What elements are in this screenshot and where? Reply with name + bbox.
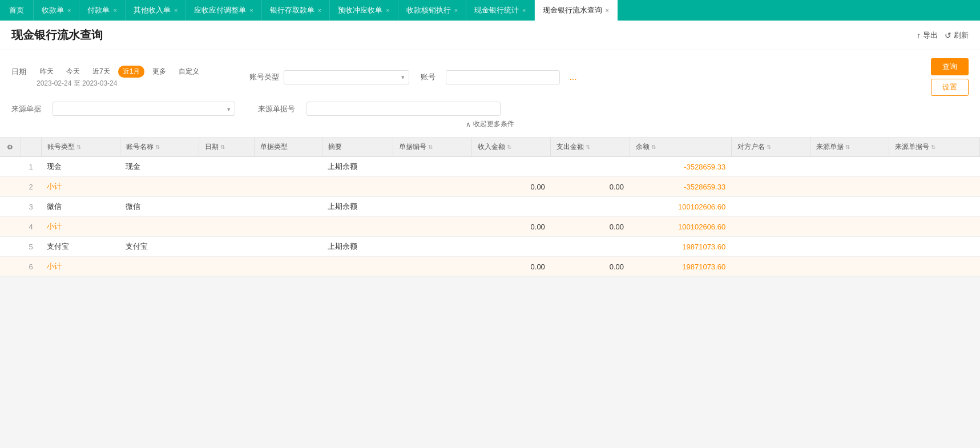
cell-summary: 上期余额 [322, 237, 393, 257]
close-icon[interactable]: × [318, 7, 321, 14]
account-dots-button[interactable]: ... [564, 71, 581, 83]
col-balance[interactable]: 余额⇅ [630, 138, 731, 157]
cell-num: 5 [21, 237, 41, 257]
nav-tab-现金银行流水查询[interactable]: 现金银行流水查询 × [535, 0, 618, 21]
date-btn-custom[interactable]: 自定义 [174, 66, 204, 78]
table-area: ⚙ 账号类型⇅ 账号名称⇅ 日期⇅ 单据类型 摘要 单据编号⇅ 收入金额⇅ 支出… [0, 138, 980, 277]
filter-area: 日期 昨天 今天 近7天 近1月 更多 自定义 2023-02-24 至 202… [0, 50, 980, 138]
button-group-right: 查询 设置 [931, 58, 969, 96]
col-expense[interactable]: 支出金额⇅ [551, 138, 630, 157]
source-doc-select-wrapper [53, 102, 235, 116]
cell-num: 4 [21, 217, 41, 237]
nav-tab-付款单[interactable]: 付款单 × [79, 0, 125, 21]
col-source-doc[interactable]: 来源单据⇅ [810, 138, 889, 157]
cell-date [199, 177, 254, 197]
cell-account-type: 现金 [41, 157, 120, 177]
source-doc-select[interactable] [53, 102, 235, 116]
source-doc-no-label: 来源单据号 [258, 104, 295, 114]
date-btn-1month[interactable]: 近1月 [118, 66, 145, 78]
cell-source-doc [810, 257, 889, 277]
nav-home-label: 首页 [9, 5, 24, 15]
cell-expense: 0.00 [551, 217, 630, 237]
close-icon[interactable]: × [606, 7, 609, 14]
cell-doc-no [393, 177, 472, 197]
date-btn-yesterday[interactable]: 昨天 [35, 66, 58, 78]
cell-income [472, 237, 551, 257]
cell-account-name: 支付宝 [120, 237, 199, 257]
cell-source-doc [810, 177, 889, 197]
cell-date [199, 217, 254, 237]
settings-icon[interactable]: ⚙ [7, 143, 13, 151]
col-doc-no[interactable]: 单据编号⇅ [393, 138, 472, 157]
close-icon[interactable]: × [174, 7, 178, 14]
cell-settings [0, 257, 21, 277]
cell-counterpart [731, 217, 810, 237]
nav-tab-银行存取款单[interactable]: 银行存取款单 × [262, 0, 330, 21]
source-doc-no-input[interactable] [306, 102, 501, 116]
close-icon[interactable]: × [249, 7, 253, 14]
refresh-button[interactable]: ↺ 刷新 [945, 30, 969, 41]
nav-home[interactable]: 首页 [0, 0, 34, 21]
close-icon[interactable]: × [522, 7, 526, 14]
col-counterpart[interactable]: 对方户名⇅ [731, 138, 810, 157]
cell-doc-type [254, 237, 322, 257]
cell-income: 0.00 [472, 177, 551, 197]
cell-account-name [120, 177, 199, 197]
nav-tab-收款单[interactable]: 收款单 × [34, 0, 79, 21]
cell-source-doc-no [889, 177, 979, 197]
cell-account-name [120, 217, 199, 237]
col-source-doc-no[interactable]: 来源单据号⇅ [889, 138, 979, 157]
cell-date [199, 257, 254, 277]
date-btn-today[interactable]: 今天 [62, 66, 84, 78]
cell-doc-no [393, 197, 472, 217]
cell-date [199, 157, 254, 177]
date-btn-more[interactable]: 更多 [148, 66, 171, 78]
close-icon[interactable]: × [386, 7, 389, 14]
nav-tab-其他收入单[interactable]: 其他收入单 × [126, 0, 186, 21]
cell-summary: 上期余额 [322, 197, 393, 217]
close-icon[interactable]: × [67, 7, 71, 14]
cell-doc-no [393, 237, 472, 257]
col-date[interactable]: 日期⇅ [199, 138, 254, 157]
cell-income: 0.00 [472, 217, 551, 237]
cell-summary [322, 257, 393, 277]
filter-row-1: 日期 昨天 今天 近7天 近1月 更多 自定义 2023-02-24 至 202… [11, 58, 969, 96]
nav-tab-预收冲应收单[interactable]: 预收冲应收单 × [330, 0, 398, 21]
close-icon[interactable]: × [113, 7, 116, 14]
col-account-name[interactable]: 账号名称⇅ [120, 138, 199, 157]
page-header: 现金银行流水查询 ↑ 导出 ↺ 刷新 [0, 21, 980, 50]
account-input[interactable] [446, 70, 560, 84]
cell-source-doc-no [889, 237, 979, 257]
cell-doc-type [254, 217, 322, 237]
account-type-select[interactable] [284, 70, 409, 84]
page-title: 现金银行流水查询 [11, 27, 103, 43]
cell-balance: -3528659.33 [630, 177, 731, 197]
nav-tab-应收应付调整单[interactable]: 应收应付调整单 × [186, 0, 261, 21]
collapse-bar[interactable]: ∧ 收起更多条件 [11, 116, 969, 131]
date-btn-7days[interactable]: 近7天 [88, 66, 115, 78]
cell-source-doc-no [889, 197, 979, 217]
cell-account-name [120, 257, 199, 277]
cell-counterpart [731, 157, 810, 177]
cell-settings [0, 177, 21, 197]
cell-account-type: 小计 [41, 177, 120, 197]
query-button[interactable]: 查询 [931, 58, 969, 75]
nav-tab-收款核销执行[interactable]: 收款核销执行 × [398, 0, 466, 21]
cell-doc-type [254, 157, 322, 177]
date-range-display: 2023-02-24 至 2023-03-24 [37, 79, 117, 87]
cell-doc-no [393, 157, 472, 177]
cell-doc-no [393, 257, 472, 277]
nav-tab-现金银行统计[interactable]: 现金银行统计 × [466, 0, 534, 21]
cell-doc-type [254, 177, 322, 197]
cell-source-doc [810, 197, 889, 217]
export-button[interactable]: ↑ 导出 [917, 30, 938, 41]
close-icon[interactable]: × [454, 7, 458, 14]
col-account-type[interactable]: 账号类型⇅ [41, 138, 120, 157]
cell-expense [551, 197, 630, 217]
col-income[interactable]: 收入金额⇅ [472, 138, 551, 157]
settings-button[interactable]: 设置 [931, 79, 969, 96]
cell-date [199, 237, 254, 257]
cell-settings [0, 157, 21, 177]
col-settings: ⚙ [0, 138, 21, 157]
cell-source-doc-no [889, 257, 979, 277]
